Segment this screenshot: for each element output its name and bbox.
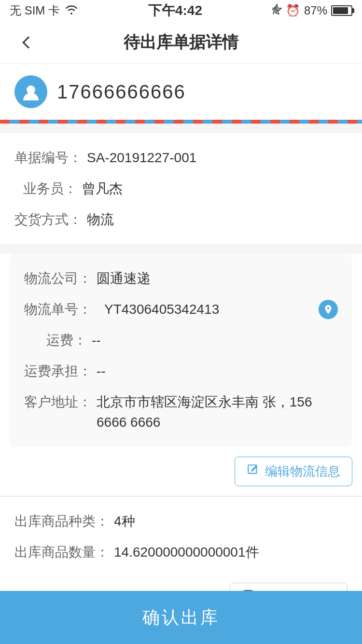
wifi-icon xyxy=(65,4,78,17)
location-active-icon xyxy=(272,4,282,17)
freight-row: 运费： -- xyxy=(24,330,338,350)
logistics-wrapper: 物流公司： 圆通速递 物流单号： YT4306405342413 运费： -- … xyxy=(0,254,362,496)
freight-label: 运费： xyxy=(24,330,92,350)
salesman-label: 业务员： xyxy=(14,179,82,199)
logistics-tracking-label: 物流单号： xyxy=(24,299,97,320)
product-types-label: 出库商品种类： xyxy=(14,511,114,532)
freight-bear-row: 运费承担： -- xyxy=(24,361,338,381)
logistics-tracking-value: YT4306405342413 xyxy=(104,299,311,320)
edit-icon xyxy=(247,463,259,479)
delivery-label: 交货方式： xyxy=(14,210,87,230)
edit-logistics-container: 编辑物流信息 xyxy=(10,447,352,486)
logistics-company-row: 物流公司： 圆通速递 xyxy=(24,268,338,289)
avatar xyxy=(14,75,47,108)
logistics-company-label: 物流公司： xyxy=(24,268,97,289)
salesman-value: 曾凡杰 xyxy=(82,179,348,199)
product-types-row: 出库商品种类： 4种 xyxy=(14,511,348,532)
address-row: 客户地址： 北京市市辖区海淀区永丰南 张，156 6666 6666 xyxy=(24,392,338,433)
order-info-section: 单据编号： SA-20191227-001 业务员： 曾凡杰 交货方式： 物流 xyxy=(0,133,362,244)
order-number-value: SA-20191227-001 xyxy=(87,148,348,168)
product-quantity-value: 14.620000000000001件 xyxy=(114,542,348,562)
customer-header: 17666666666 xyxy=(0,64,362,120)
address-value: 北京市市辖区海淀区永丰南 张，156 6666 6666 xyxy=(97,392,338,433)
delivery-row: 交货方式： 物流 xyxy=(14,210,348,230)
logistics-card: 物流公司： 圆通速递 物流单号： YT4306405342413 运费： -- … xyxy=(10,254,352,447)
product-types-value: 4种 xyxy=(114,511,348,532)
track-location-button[interactable] xyxy=(319,300,338,319)
order-number-label: 单据编号： xyxy=(14,148,87,168)
confirm-button[interactable]: 确认出库 xyxy=(0,591,362,644)
freight-value: -- xyxy=(92,330,338,350)
back-button[interactable] xyxy=(14,30,39,55)
status-time: 下午4:42 xyxy=(148,1,202,20)
battery-percent: 87% xyxy=(304,4,327,17)
order-number-row: 单据编号： SA-20191227-001 xyxy=(14,148,348,168)
logistics-tracking-row: 物流单号： YT4306405342413 xyxy=(24,299,338,320)
status-bar: 无 SIM 卡 下午4:42 ⏰ 87% xyxy=(0,0,362,21)
salesman-row: 业务员： 曾凡杰 xyxy=(14,179,348,199)
page-title: 待出库单据详情 xyxy=(39,31,323,54)
edit-logistics-button[interactable]: 编辑物流信息 xyxy=(235,457,352,486)
nav-bar: 待出库单据详情 xyxy=(0,21,362,64)
product-quantity-label: 出库商品数量： xyxy=(14,542,114,562)
logistics-company-value: 圆通速递 xyxy=(97,268,338,289)
freight-bear-label: 运费承担： xyxy=(24,361,97,381)
alarm-icon: ⏰ xyxy=(286,4,300,17)
customer-phone: 17666666666 xyxy=(57,81,186,103)
battery-icon xyxy=(331,5,352,16)
freight-bear-value: -- xyxy=(97,361,338,381)
delivery-value: 物流 xyxy=(87,210,348,230)
status-left: 无 SIM 卡 xyxy=(10,3,78,18)
product-quantity-row: 出库商品数量： 14.620000000000001件 xyxy=(14,542,348,562)
sim-status: 无 SIM 卡 xyxy=(10,3,60,18)
confirm-label: 确认出库 xyxy=(142,606,220,630)
dashed-divider xyxy=(0,120,362,124)
status-right: ⏰ 87% xyxy=(272,4,352,17)
address-label: 客户地址： xyxy=(24,392,97,412)
back-chevron-icon xyxy=(22,36,34,48)
edit-logistics-label: 编辑物流信息 xyxy=(265,463,340,480)
